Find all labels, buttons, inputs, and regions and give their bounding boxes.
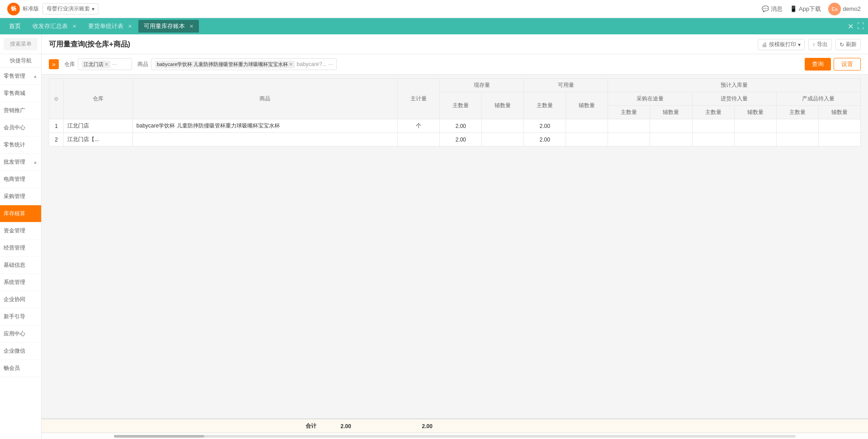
table-footer: 合计 2.00 2.00 — [42, 419, 868, 433]
table-body: 1 江北门店 babycare学饮杯 儿童防摔防撞吸管杯重力球吸嘴杯宝宝水杯 个… — [49, 119, 861, 146]
sidebar-item-member-center[interactable]: 会员中心 — [0, 119, 41, 137]
sidebar-item-app-center[interactable]: 应用中心 — [0, 326, 41, 343]
quick-nav-btn[interactable]: 快捷导航 — [0, 54, 41, 68]
col-stock-main-header: 主数量 — [440, 92, 482, 119]
close-tab-order-stat[interactable]: ✕ — [128, 24, 132, 29]
row-avail-aux — [566, 133, 608, 146]
settings-btn[interactable]: 设置 — [834, 58, 861, 71]
row-pur-pending-aux — [734, 133, 776, 146]
tab-collect-pay[interactable]: 收发存汇总表 ✕ — [27, 20, 82, 33]
user-btn[interactable]: Ea demo2 — [828, 3, 861, 15]
close-all-tabs-btn[interactable]: ✕ — [848, 22, 854, 31]
template-selector[interactable]: 母婴行业演示账套 ▾ — [42, 3, 99, 14]
scroll-track — [114, 435, 796, 438]
tab-home[interactable]: 首页 — [4, 20, 26, 33]
row-warehouse: 江北门店【... — [64, 133, 133, 146]
row-prod-pending-main — [776, 119, 818, 133]
table-row: 2 江北门店【... 2.00 2.00 — [49, 133, 861, 146]
sidebar-item-enterprise-wechat[interactable]: 企业微信 — [0, 343, 41, 360]
fullscreen-btn[interactable]: ⛶ — [857, 22, 864, 30]
row-main-unit — [397, 133, 439, 146]
sidebar-item-finance-mgmt[interactable]: 资金管理 — [0, 222, 41, 240]
close-tab-available-stock[interactable]: ✕ — [189, 24, 193, 29]
sidebar-item-retail-mgmt[interactable]: 零售管理▲ — [0, 68, 41, 85]
col-stock-aux-header: 辅数量 — [482, 92, 524, 119]
col-prod-pending-header: 产成品待入量 — [776, 92, 860, 106]
sidebar-item-retail-mall[interactable]: 零售商城 — [0, 85, 41, 102]
totals-label: 合计 — [45, 422, 326, 430]
logo-text: 标准版 — [23, 5, 39, 13]
sidebar-item-retail-stats[interactable]: 零售统计 — [0, 137, 41, 154]
top-bar-right: 💬 消息 📱 App下载 Ea demo2 — [762, 3, 861, 15]
col-available-header: 可用量 — [524, 79, 608, 92]
template-label: 母婴行业演示账套 — [47, 5, 90, 13]
chevron-down-icon: ▾ — [798, 42, 801, 48]
col-avail-main-header: 主数量 — [524, 92, 566, 119]
sidebar-item-new-guide[interactable]: 新手引导 — [0, 308, 41, 326]
sidebar-item-business-mgmt[interactable]: 经营管理 — [0, 240, 41, 257]
app-download-btn[interactable]: 📱 App下载 — [790, 5, 821, 13]
sidebar-item-vip-member[interactable]: 畅会员 — [0, 360, 41, 377]
tab-order-stat[interactable]: 要货单统计表 ✕ — [83, 20, 137, 33]
row-stock-aux — [482, 133, 524, 146]
tab-bar-actions: ✕ ⛶ — [848, 22, 864, 31]
sidebar-item-purchase-mgmt[interactable]: 采购管理 — [0, 188, 41, 205]
row-stock-main: 2.00 — [440, 119, 482, 133]
row-warehouse: 江北门店 — [64, 119, 133, 133]
export-btn[interactable]: ↑ 导出 — [808, 39, 832, 50]
logo-icon: 畅 — [7, 3, 20, 15]
warehouse-input[interactable]: 江北门店 ✕ ··· — [78, 58, 132, 70]
remove-warehouse-tag[interactable]: ✕ — [104, 61, 108, 67]
row-avail-main: 2.00 — [524, 133, 566, 146]
refresh-icon: ↻ — [840, 42, 844, 48]
print-btn[interactable]: 🖨 按模板打印 ▾ — [758, 39, 805, 50]
scroll-thumb[interactable] — [114, 435, 204, 438]
sidebar-item-wholesale-mgmt[interactable]: 批发管理▲ — [0, 154, 41, 171]
sidebar-item-system-mgmt[interactable]: 系统管理 — [0, 274, 41, 291]
tab-available-stock[interactable]: 可用量库存账本 ✕ — [138, 20, 199, 33]
expand-icon: ▲ — [33, 160, 38, 165]
horizontal-scrollbar[interactable] — [42, 433, 868, 439]
warehouse-filter: 仓库 江北门店 ✕ ··· — [64, 58, 132, 70]
refresh-btn[interactable]: ↻ 刷新 — [835, 39, 861, 50]
row-stock-main: 2.00 — [440, 133, 482, 146]
search-menu-btn[interactable]: 搜索菜单 — [4, 38, 38, 50]
row-pur-transit-main — [608, 119, 650, 133]
sidebar-item-ecommerce-mgmt[interactable]: 电商管理 — [0, 171, 41, 188]
product-short: babycare?... — [297, 61, 326, 67]
row-pur-pending-main — [692, 133, 734, 146]
row-no: 2 — [49, 133, 64, 146]
filter-bar: » 仓库 江北门店 ✕ ··· 商品 babycare学饮杯 儿童防摔防撞吸管杯… — [42, 54, 868, 75]
row-prod-pending-aux — [818, 133, 860, 146]
close-tab-collect-pay[interactable]: ✕ — [72, 24, 76, 29]
avatar: Ea — [828, 3, 841, 15]
remove-product-tag[interactable]: ✕ — [289, 61, 293, 67]
sidebar-item-basic-info[interactable]: 基础信息 — [0, 257, 41, 274]
row-main-unit: 个 — [397, 119, 439, 133]
col-pur-transit-main-header: 主数量 — [608, 106, 650, 119]
row-product — [132, 133, 397, 146]
sidebar-item-marketing[interactable]: 营销推广 — [0, 102, 41, 119]
col-pur-pending-header: 进货待入量 — [692, 92, 776, 106]
logo-area: 畅 标准版 — [7, 3, 39, 15]
sidebar-item-inventory-check[interactable]: 库存核算 — [0, 205, 41, 222]
col-pur-transit-aux-header: 辅数量 — [650, 106, 692, 119]
content-area: 可用量查询(按仓库+商品) 🖨 按模板打印 ▾ ↑ 导出 ↻ 刷新 » — [42, 34, 868, 439]
col-avail-aux-header: 辅数量 — [566, 92, 608, 119]
row-product: babycare学饮杯 儿童防摔防撞吸管杯重力球吸嘴杯宝宝水杯 — [132, 119, 397, 133]
col-current-stock-header: 现存量 — [440, 79, 524, 92]
filter-actions: 查询 设置 — [805, 58, 861, 71]
message-icon: 💬 — [762, 5, 769, 12]
row-avail-aux — [566, 119, 608, 133]
sidebar-item-enterprise-coop[interactable]: 企业协同 — [0, 291, 41, 308]
warehouse-more-btn[interactable]: ··· — [112, 61, 117, 67]
message-btn[interactable]: 💬 消息 — [762, 5, 783, 13]
product-more-btn[interactable]: ··· — [328, 61, 333, 67]
main-layout: 搜索菜单 快捷导航 零售管理▲零售商城营销推广会员中心零售统计批发管理▲电商管理… — [0, 34, 868, 439]
query-btn[interactable]: 查询 — [805, 58, 831, 71]
sidebar-search-area: 搜索菜单 — [0, 34, 41, 54]
filter-toggle-btn[interactable]: » — [49, 59, 59, 69]
col-main-unit-header: 主计量 — [397, 79, 439, 119]
column-settings-icon[interactable]: ⚙ — [54, 96, 59, 102]
product-input[interactable]: babycare学饮杯 儿童防摔防撞吸管杯重力球吸嘴杯宝宝水杯 ✕ babyca… — [151, 58, 337, 70]
